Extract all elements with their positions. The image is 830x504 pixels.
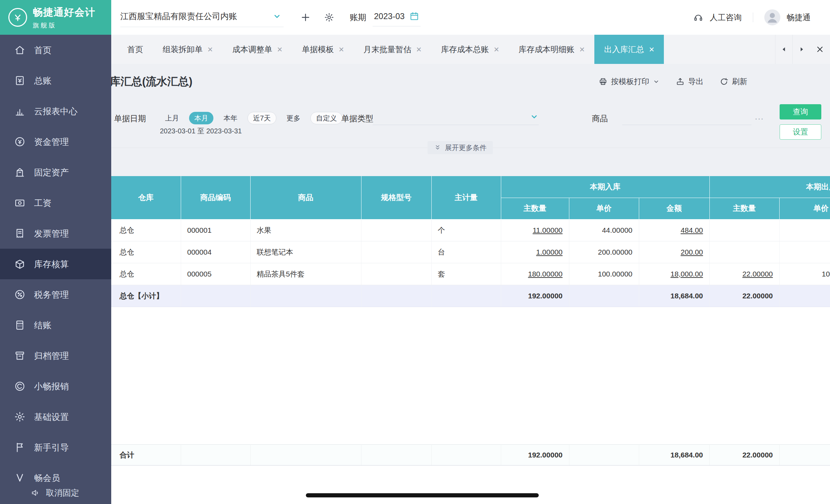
subtotal-row: 总仓【小计】 192.00000 18,684.00 22.00000 xyxy=(111,285,830,307)
tab-label: 月末批量暂估 xyxy=(364,44,412,55)
query-button[interactable]: 查询 xyxy=(780,104,821,119)
tab-home[interactable]: 首页 xyxy=(117,35,153,64)
close-icon[interactable]: × xyxy=(649,45,654,54)
add-button[interactable] xyxy=(300,12,311,23)
pill-this-year[interactable]: 本年 xyxy=(218,112,243,124)
link-value[interactable]: 200.00 xyxy=(681,248,703,256)
sidebar-item-ledger[interactable]: 总账 xyxy=(0,65,111,96)
company-name: 江西服宝精品有限责任公司内账 xyxy=(120,11,237,22)
double-chevron-down-icon xyxy=(434,144,441,151)
cell xyxy=(779,445,830,465)
avatar[interactable] xyxy=(764,9,780,25)
sidebar-item-invoice[interactable]: 发票管理 xyxy=(0,218,111,249)
expand-more-conditions-button[interactable]: 展开更多条件 xyxy=(428,141,493,154)
product-input[interactable] xyxy=(622,108,751,125)
tab-assembly-disassembly[interactable]: 组装拆卸单× xyxy=(153,35,222,64)
close-icon[interactable]: × xyxy=(579,45,585,54)
pill-last-7-days[interactable]: 近7天 xyxy=(247,112,276,124)
pill-custom[interactable]: 自定义 xyxy=(310,112,342,124)
brand-text: 畅捷通好会计 旗舰版 xyxy=(33,6,95,30)
pill-more[interactable]: 更多 xyxy=(281,112,306,124)
cell xyxy=(361,241,431,263)
tab-in-out-summary[interactable]: 出入库汇总× xyxy=(594,35,664,64)
sidebar-item-home[interactable]: 首页 xyxy=(0,35,111,65)
pill-this-month[interactable]: 本月 xyxy=(189,112,213,124)
table-row: 总仓 000004 联想笔记本 台 1.00000 200.00000 200.… xyxy=(111,241,830,263)
pill-last-month[interactable]: 上月 xyxy=(160,112,184,124)
tab-scroll-right-button[interactable] xyxy=(792,35,810,64)
table-group-header-row: 仓库 商品编码 商品 规格型号 主计量 本期入库 本期出库 xyxy=(111,176,830,198)
product-more-button[interactable]: ... xyxy=(755,112,764,122)
refresh-button[interactable]: 刷新 xyxy=(719,76,747,87)
link-value[interactable]: 180.00000 xyxy=(528,270,562,278)
sidebar-item-member[interactable]: 畅会员 xyxy=(0,463,111,482)
sidebar-item-label: 小畅报销 xyxy=(34,381,69,392)
cell: 联想笔记本 xyxy=(250,241,361,263)
horizontal-scrollbar[interactable] xyxy=(306,493,539,497)
cell: 44.00000 xyxy=(569,219,639,241)
cell: 192.00000 xyxy=(501,285,569,307)
link-value[interactable]: 22.00000 xyxy=(742,270,773,278)
sidebar-item-fixed-asset[interactable]: 固定资产 xyxy=(0,157,111,188)
sidebar-item-label: 新手引导 xyxy=(34,442,69,453)
chevron-down-icon xyxy=(530,112,539,121)
column-header-qty: 主数量 xyxy=(709,198,779,219)
close-icon[interactable]: × xyxy=(339,45,344,54)
sidebar-item-label: 税务管理 xyxy=(34,289,69,300)
column-header-qty: 主数量 xyxy=(501,198,569,219)
closing-icon xyxy=(14,319,26,331)
column-header-unit: 主计量 xyxy=(431,176,501,219)
cell xyxy=(181,285,250,307)
link-value[interactable]: 484.00 xyxy=(681,226,703,234)
sidebar-item-closing[interactable]: 结账 xyxy=(0,310,111,340)
print-by-template-button[interactable]: 按模板打印 xyxy=(599,76,660,87)
archive-icon xyxy=(14,350,26,362)
cell xyxy=(361,219,431,241)
cell: 套 xyxy=(431,263,501,285)
period-picker[interactable]: 2023-03 xyxy=(373,9,421,26)
tab-cost-adjustment[interactable]: 成本调整单× xyxy=(222,35,292,64)
column-header-price: 单价 xyxy=(779,198,830,219)
brand-edition: 旗舰版 xyxy=(33,21,95,30)
tab-scroll-left-button[interactable] xyxy=(775,35,792,64)
tab-month-end-estimate[interactable]: 月末批量暂估× xyxy=(354,35,431,64)
sidebar-item-settings[interactable]: 基础设置 xyxy=(0,402,111,432)
cell: 11.00000 xyxy=(501,219,569,241)
tab-inventory-cost-ledger[interactable]: 库存成本总账× xyxy=(431,35,509,64)
link-value[interactable]: 1.00000 xyxy=(536,248,563,256)
sidebar-item-tax[interactable]: 税务管理 xyxy=(0,279,111,310)
sidebar-unpin-button[interactable]: 取消固定 xyxy=(0,482,111,504)
close-icon[interactable]: × xyxy=(277,45,282,54)
sidebar-item-guide[interactable]: 新手引导 xyxy=(0,432,111,463)
tab-doc-template[interactable]: 单据模板× xyxy=(292,35,353,64)
page-actions: 按模板打印 导出 刷新 xyxy=(599,76,747,87)
link-value[interactable]: 11.00000 xyxy=(532,226,562,234)
close-icon[interactable]: × xyxy=(494,45,499,54)
column-header-price: 单价 xyxy=(569,198,639,219)
support-link[interactable]: 人工咨询 xyxy=(710,12,742,23)
sidebar-item-funds[interactable]: 资金管理 xyxy=(0,126,111,157)
close-icon[interactable]: × xyxy=(208,45,213,54)
company-selector[interactable]: 江西服宝精品有限责任公司内账 xyxy=(120,8,284,27)
column-header-spec: 规格型号 xyxy=(361,176,431,219)
sidebar-item-salary[interactable]: 工资 xyxy=(0,188,111,218)
summary-table: 仓库 商品编码 商品 规格型号 主计量 本期入库 本期出库 主数量 单价 金额 … xyxy=(111,176,830,465)
sidebar-item-reimburse[interactable]: 小畅报销 xyxy=(0,371,111,402)
sidebar-item-archive[interactable]: 归档管理 xyxy=(0,340,111,371)
export-button[interactable]: 导出 xyxy=(676,76,703,87)
cell xyxy=(431,445,501,465)
doc-type-select[interactable] xyxy=(373,108,539,125)
sidebar-menu: 首页 总账 云报表中心 资金管理 固定资产 工资 发票管理 库存核算 xyxy=(0,35,111,482)
tab-label: 成本调整单 xyxy=(232,44,272,55)
gear-icon[interactable] xyxy=(324,12,334,23)
sidebar-item-inventory[interactable]: 库存核算 xyxy=(0,249,111,279)
column-group-inbound: 本期入库 xyxy=(501,176,709,198)
link-value[interactable]: 18,000.00 xyxy=(670,270,703,278)
close-all-tabs-button[interactable] xyxy=(810,35,830,64)
sidebar-item-cloud-report[interactable]: 云报表中心 xyxy=(0,96,111,126)
settings-button[interactable]: 设置 xyxy=(780,124,821,140)
close-icon[interactable]: × xyxy=(416,45,422,54)
tab-inventory-cost-detail[interactable]: 库存成本明细账× xyxy=(509,35,594,64)
table-row: 总仓 000001 水果 个 11.00000 44.00000 484.00 xyxy=(111,219,830,241)
tab-label: 单据模板 xyxy=(302,44,334,55)
